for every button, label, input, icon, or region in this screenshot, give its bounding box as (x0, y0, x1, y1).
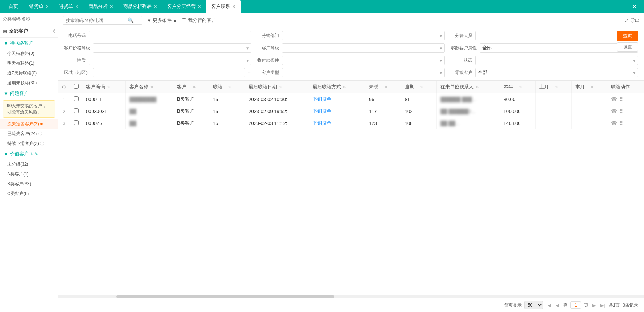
sidebar-item-class-a[interactable]: A类客户(1) (0, 169, 58, 179)
col-unit-contact[interactable]: 往来单位联系人 ⇅ (437, 81, 500, 93)
col-last-contact-date[interactable]: 最后联络日期 ⇅ (245, 81, 309, 93)
col-contact[interactable]: 联络... ⇅ (209, 81, 245, 93)
status-select[interactable]: ▾ (475, 56, 638, 65)
scrollbar-thumb[interactable] (116, 295, 334, 298)
first-page-button[interactable]: |◀ (546, 303, 552, 308)
row-unitcontact-1: ██████ ███... (437, 93, 500, 105)
prev-page-button[interactable]: ◀ (555, 303, 560, 308)
sidebar-item-class-c[interactable]: C类客户(6) (0, 189, 58, 199)
search-input[interactable] (66, 18, 128, 23)
sidebar-item-declining[interactable]: 持续下滑客户(2) ⓘ (0, 139, 58, 149)
col-last-contact-method[interactable]: 最后联络方式 ⇅ (309, 81, 365, 93)
nav-tab-purchase[interactable]: 进货单 ✕ (54, 0, 84, 13)
row-checkbox-3[interactable] (74, 120, 79, 125)
col-name[interactable]: 客户名称 ⇅ (126, 81, 173, 93)
per-page-select[interactable]: 50 20 100 (524, 301, 543, 309)
close-customer-tier-icon[interactable]: ✕ (198, 4, 201, 9)
row-method-link-1[interactable]: 下销货单 (313, 96, 331, 102)
nav-tab-goods-list[interactable]: 商品分析列表 ✕ (118, 0, 162, 13)
col-last-month[interactable]: 上月... ⇅ (536, 81, 572, 93)
collapse-icon[interactable]: 《 (51, 29, 55, 34)
search-button-icon[interactable]: 🔍 (128, 17, 134, 23)
row-date-2: 2023-02-09 19:52: (245, 105, 309, 117)
customer-type-select[interactable]: ▾ (282, 68, 445, 77)
sidebar-item-churned[interactable]: 已流失客户(24) ⓘ (0, 129, 58, 139)
phone-action-icon-3[interactable]: ☎ (611, 120, 617, 126)
nav-tab-customer-contact[interactable]: 客户联系 ✕ (206, 0, 241, 13)
refresh-value-icon[interactable]: ↻ (30, 151, 34, 157)
dept-select[interactable]: ▾ (282, 31, 445, 40)
row-overdue-1: 81 (401, 93, 437, 105)
close-customer-contact-icon[interactable]: ✕ (232, 4, 236, 9)
col-code[interactable]: 客户编码 ⇅ (82, 81, 126, 93)
price-grade-dropdown-icon: ▾ (246, 45, 249, 51)
phone-action-icon-2[interactable]: ☎ (611, 108, 617, 114)
sidebar-item-ungrouped[interactable]: 未分组(32) (0, 159, 58, 169)
window-close-button[interactable]: ✕ (628, 3, 641, 10)
customer-grade-select[interactable]: ▾ (282, 43, 445, 53)
sidebar-search-input[interactable] (3, 16, 57, 21)
sidebar-item-tomorrow[interactable]: 明天待联络(1) (0, 58, 58, 68)
nav-tab-sales[interactable]: 销货单 ✕ (24, 0, 54, 13)
export-button[interactable]: ↗ 导出 (625, 17, 640, 24)
sidebar-item-class-b[interactable]: B类客户(33) (0, 179, 58, 189)
row-checkbox-1[interactable] (74, 96, 79, 101)
more-action-icon-2[interactable]: ⠿ (619, 108, 623, 114)
retail-attr-select[interactable]: 全部 ▾ (480, 43, 638, 53)
nav-tab-home[interactable]: 首页 (3, 0, 24, 13)
horizontal-scrollbar[interactable] (58, 295, 644, 298)
payment-select[interactable]: ▾ (282, 56, 445, 65)
more-conditions-toggle[interactable]: ▼ 更多条件 ▲ (147, 17, 177, 24)
page-label: 页 (584, 302, 588, 308)
row-contact-3: 15 (209, 117, 245, 129)
sidebar-all-customers[interactable]: ⊞ 全部客户 《 (0, 25, 58, 38)
col-this-year[interactable]: 本年... ⇅ (500, 81, 536, 93)
sort-unit-icon: ⇅ (476, 85, 479, 89)
price-grade-select[interactable]: ▾ (93, 43, 251, 53)
nav-tab-goods-analysis[interactable]: 商品分析 ✕ (84, 0, 118, 13)
phone-input[interactable] (89, 31, 251, 40)
close-purchase-icon[interactable]: ✕ (75, 4, 79, 9)
sidebar-item-churn-warning[interactable]: 流失预警客户(3) ● (0, 119, 58, 129)
sales-label: 销货单 (29, 3, 43, 10)
row-method-link-3[interactable]: 下销货单 (313, 120, 331, 126)
row-method-link-2[interactable]: 下销货单 (313, 108, 331, 114)
close-sales-icon[interactable]: ✕ (45, 4, 49, 9)
sidebar-item-7days[interactable]: 近7天待联络(0) (0, 68, 58, 78)
filter-row-phone: 电话号码 (64, 31, 251, 40)
retail-attr-value: 全部 (482, 45, 492, 51)
select-all-checkbox[interactable] (74, 84, 79, 89)
col-this-month[interactable]: 本月... ⇅ (571, 81, 607, 93)
region-select[interactable] (93, 68, 245, 77)
last-page-button[interactable]: ▶| (599, 303, 605, 308)
retail-select[interactable]: 全部 ▾ (475, 68, 638, 77)
query-button[interactable]: 查询 (617, 31, 638, 41)
row-thisyear-3: 1408.00 (500, 117, 536, 129)
nav-tab-customer-tier[interactable]: 客户分层经营 ✕ (162, 0, 206, 13)
col-settings[interactable]: ⚙ (58, 81, 70, 93)
close-goods-list-icon[interactable]: ✕ (154, 4, 157, 9)
close-goods-analysis-icon[interactable]: ✕ (110, 4, 113, 9)
my-customers-checkbox[interactable] (182, 18, 186, 23)
col-overdue[interactable]: 逾期... ⇅ (401, 81, 437, 93)
edit-value-icon[interactable]: ✎ (35, 151, 38, 157)
sidebar-group-problem[interactable]: ▼ 问题客户 (0, 88, 58, 99)
col-type[interactable]: 客户... ⇅ (173, 81, 209, 93)
manager-select[interactable] (475, 31, 632, 40)
sidebar-item-today[interactable]: 今天待联络(0) (0, 49, 58, 58)
col-not-contacted[interactable]: 未联... ⇅ (365, 81, 401, 93)
row-unitcontact-3: ██ ██... (437, 117, 500, 129)
more-action-icon-3[interactable]: ⠿ (619, 120, 623, 126)
region-more-icon[interactable]: ··· (248, 70, 251, 75)
sidebar-item-overdue[interactable]: 逾期未联络(30) (0, 78, 58, 88)
sidebar-group-value[interactable]: ▼ 价值客户 ↻ ✎ (0, 149, 58, 159)
phone-action-icon-1[interactable]: ☎ (611, 96, 617, 102)
nature-select[interactable]: ▾ (89, 56, 251, 65)
sidebar-group-pending[interactable]: ▼ 待联络客户 (0, 38, 58, 49)
row-name-1: ████████ (126, 93, 173, 105)
next-page-button[interactable]: ▶ (591, 303, 596, 308)
more-action-icon-1[interactable]: ⠿ (619, 96, 623, 102)
settings-button[interactable]: 设置 (617, 42, 638, 52)
page-number-input[interactable] (570, 301, 581, 309)
row-checkbox-2[interactable] (74, 108, 79, 113)
